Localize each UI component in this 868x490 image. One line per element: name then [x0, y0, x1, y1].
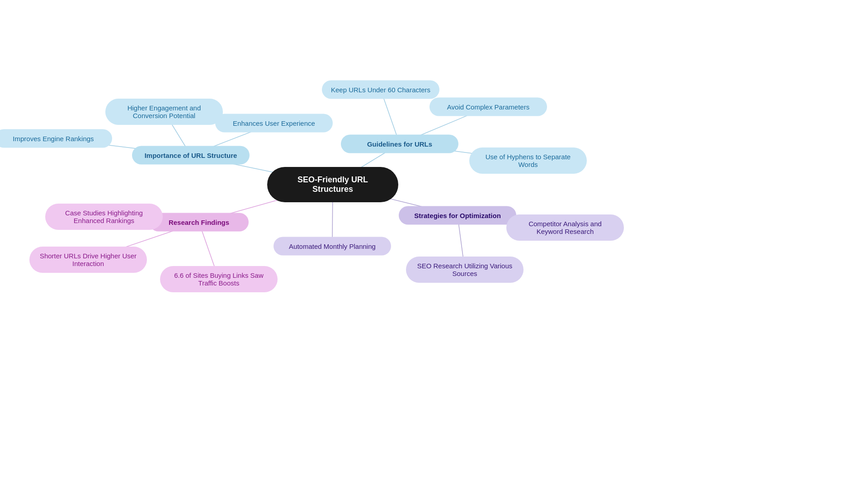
- connections-svg: [0, 0, 868, 490]
- node-guidelines[interactable]: Guidelines for URLs: [341, 135, 458, 153]
- node-strategies[interactable]: Strategies for Optimization: [399, 206, 516, 225]
- node-keep_under_60[interactable]: Keep URLs Under 60 Characters: [322, 81, 439, 99]
- node-case_studies[interactable]: Case Studies Highlighting Enhanced Ranki…: [45, 204, 163, 230]
- node-avoid_complex[interactable]: Avoid Complex Parameters: [429, 98, 547, 116]
- node-importance[interactable]: Importance of URL Structure: [132, 146, 250, 165]
- node-automated[interactable]: Automated Monthly Planning: [274, 237, 391, 256]
- node-higher_engagement[interactable]: Higher Engagement and Conversion Potenti…: [105, 99, 223, 125]
- node-improves_rankings[interactable]: Improves Engine Rankings: [0, 129, 112, 148]
- node-center[interactable]: SEO-Friendly URL Structures: [267, 167, 398, 202]
- node-competitor[interactable]: Competitor Analysis and Keyword Research: [506, 214, 624, 241]
- node-seo_research[interactable]: SEO Research Utilizing Various Sources: [406, 257, 524, 283]
- node-shorter_urls[interactable]: Shorter URLs Drive Higher User Interacti…: [29, 247, 147, 273]
- node-six_six[interactable]: 6.6 of Sites Buying Links Saw Traffic Bo…: [160, 266, 278, 292]
- node-use_hyphens[interactable]: Use of Hyphens to Separate Words: [469, 147, 587, 174]
- mind-map-canvas: SEO-Friendly URL StructuresImportance of…: [0, 0, 868, 490]
- node-research_findings[interactable]: Research Findings: [149, 213, 249, 232]
- node-enhances_ux[interactable]: Enhances User Experience: [215, 114, 333, 133]
